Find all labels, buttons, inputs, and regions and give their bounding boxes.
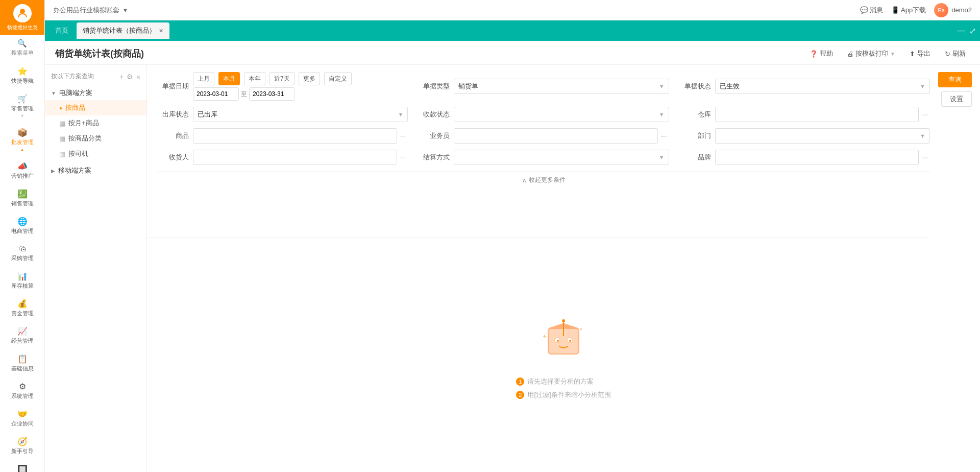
- doc-type-select[interactable]: 销货单 ▼: [454, 79, 669, 94]
- empty-tip-1: 1 请先选择要分析的方案: [516, 377, 610, 386]
- tab-home[interactable]: 首页: [49, 22, 75, 39]
- sidebar-item-inventory[interactable]: 📊 库存核算: [0, 266, 44, 294]
- export-icon: ⬆: [910, 50, 915, 58]
- date-btn-custom[interactable]: 自定义: [324, 72, 352, 85]
- product-ellipsis-button[interactable]: ···: [398, 132, 408, 140]
- date-btn-7days[interactable]: 近7天: [270, 72, 295, 85]
- by-warehouse-icon: ▦: [59, 150, 65, 158]
- wholesale-icon: 📦: [17, 128, 28, 137]
- tab-bar: 首页 销货单统计表（按商品） ✕ — ⤢: [45, 20, 980, 41]
- guide-icon: 🧭: [17, 437, 28, 446]
- warehouse-input[interactable]: [715, 107, 919, 122]
- sidebar-item-sales[interactable]: 💹 销售管理: [0, 184, 44, 211]
- sidebar-item-search[interactable]: 🔍 搜索菜单: [0, 35, 44, 61]
- tab-sales-stat-label: 销货单统计表（按商品）: [83, 26, 156, 35]
- filter-item-by-month-product[interactable]: ▦ 按月+商品: [45, 115, 146, 131]
- sidebar-item-ecommerce[interactable]: 🌐 电商管理: [0, 211, 44, 239]
- empty-state: ✦ ✦ ✦ 1 请先选择要分析的方案 2 用[过滤]条件来缩小分析范围: [147, 238, 980, 473]
- add-scheme-icon[interactable]: +: [119, 73, 124, 81]
- page-actions: ❓ 帮助 🖨 按模板打印 ▼ ⬆ 导出 ↻ 刷新: [805, 47, 970, 60]
- date-to-input[interactable]: [249, 87, 295, 101]
- sidebar-item-quicknav[interactable]: ⭐ 快捷导航: [0, 61, 44, 89]
- template-print-button[interactable]: 🖨 按模板打印 ▼: [843, 47, 899, 60]
- product-input[interactable]: [193, 128, 397, 144]
- filter-section-mobile: ▶ 移动端方案: [45, 162, 146, 179]
- sidebar-basic-label: 基础信息: [11, 365, 34, 372]
- refresh-button[interactable]: ↻ 刷新: [941, 47, 970, 60]
- date-btn-this-month[interactable]: 本月: [218, 72, 240, 85]
- payment-status-select[interactable]: ▼: [454, 107, 669, 122]
- tab-close-icon[interactable]: ✕: [159, 28, 163, 34]
- filter-item-by-warehouse[interactable]: ▦ 按司机: [45, 146, 146, 161]
- date-btn-last-month[interactable]: 上月: [193, 72, 214, 85]
- collab-icon: 🤝: [17, 409, 28, 419]
- salesperson-input[interactable]: [454, 128, 658, 144]
- consignee-ellipsis-button[interactable]: ···: [398, 153, 408, 161]
- warehouse-ellipsis-button[interactable]: ···: [920, 110, 930, 119]
- refresh-icon: ↻: [945, 50, 950, 58]
- print-dropdown-icon: ▼: [890, 51, 895, 57]
- tip-text-1: 请先选择要分析的方案: [527, 377, 594, 386]
- out-status-select[interactable]: 已出库 ▼: [193, 107, 408, 122]
- sidebar-item-apps[interactable]: 🔲 应用中心: [0, 459, 44, 472]
- filter-section-mobile-header[interactable]: ▶ 移动端方案: [45, 163, 146, 178]
- sidebar: 畅捷通好生意 🔍 搜索菜单 ⭐ 快捷导航 🛒 零售管理 ▼ 📦 批发管理 ▲ 📣…: [0, 0, 45, 472]
- doc-status-select[interactable]: 已生效 ▼: [715, 79, 930, 94]
- sidebar-item-purchase[interactable]: 🛍 采购管理: [0, 239, 44, 266]
- filter-form-wrapper: 单据日期 上月 本月 本年 近7天 更多 自定义: [147, 65, 980, 238]
- retail-expand-icon: ▼: [20, 113, 24, 119]
- app-download-button[interactable]: 📱 App下载: [891, 6, 926, 15]
- sidebar-retail-label: 零售管理: [11, 105, 34, 112]
- tab-bar-actions: — ⤢: [957, 26, 976, 36]
- filter-item-by-product-category[interactable]: ▦ 按商品分类: [45, 131, 146, 146]
- svg-point-5: [557, 340, 559, 342]
- workspace-selector[interactable]: 办公用品行业模拟账套 ▼: [53, 6, 128, 15]
- tab-minimize-icon[interactable]: —: [957, 26, 965, 35]
- brand-ellipsis-button[interactable]: ···: [920, 153, 930, 161]
- svg-text:✦: ✦: [542, 333, 547, 340]
- operations-icon: 📈: [17, 326, 28, 336]
- empty-tip-2: 2 用[过滤]条件来缩小分析范围: [516, 390, 610, 399]
- sidebar-item-collab[interactable]: 🤝 企业协同: [0, 404, 44, 432]
- export-button[interactable]: ⬆ 导出: [905, 47, 935, 60]
- sidebar-operations-label: 经营管理: [11, 337, 34, 345]
- marketing-icon: 📣: [17, 161, 28, 171]
- filter-field-warehouse: 仓库 ···: [679, 107, 930, 122]
- collapse-bar[interactable]: ∧ 收起更多条件: [157, 171, 930, 186]
- tab-sales-stat[interactable]: 销货单统计表（按商品） ✕: [77, 22, 169, 39]
- sidebar-item-system[interactable]: ⚙ 系统管理: [0, 376, 44, 404]
- date-btn-more[interactable]: 更多: [299, 72, 320, 85]
- empty-illustration: ✦ ✦ ✦: [538, 311, 589, 362]
- page-header: 销货单统计表(按商品) ❓ 帮助 🖨 按模板打印 ▼ ⬆ 导出 ↻ 刷新: [45, 41, 980, 65]
- message-button[interactable]: 💬 消息: [860, 6, 883, 15]
- date-from-input[interactable]: [193, 87, 239, 101]
- purchase-icon: 🛍: [18, 244, 27, 253]
- sidebar-item-marketing[interactable]: 📣 营销推广: [0, 156, 44, 184]
- system-icon: ⚙: [19, 382, 26, 391]
- date-btn-this-year[interactable]: 本年: [244, 72, 265, 85]
- sidebar-item-wholesale[interactable]: 📦 批发管理 ▲: [0, 123, 44, 156]
- user-menu-button[interactable]: Ea demo2: [934, 3, 972, 17]
- sidebar-item-retail[interactable]: 🛒 零售管理 ▼: [0, 89, 44, 123]
- app-logo: 畅捷通好生意: [0, 0, 45, 35]
- salesperson-ellipsis-button[interactable]: ···: [659, 132, 669, 140]
- query-button[interactable]: 查询: [938, 72, 972, 87]
- brand-input[interactable]: [715, 150, 919, 165]
- department-select[interactable]: ▼: [715, 128, 930, 144]
- header-right: 💬 消息 📱 App下载 Ea demo2: [860, 3, 972, 17]
- settlement-select[interactable]: ▼: [454, 150, 669, 165]
- warehouse-label: 仓库: [679, 110, 715, 119]
- sidebar-item-guide[interactable]: 🧭 新手引导: [0, 432, 44, 459]
- filter-section-pc-header[interactable]: ▼ 电脑端方案: [45, 86, 146, 100]
- collapse-panel-icon[interactable]: «: [136, 73, 140, 81]
- settings-button[interactable]: 设置: [941, 91, 972, 107]
- sidebar-item-finance[interactable]: 💰 资金管理: [0, 294, 44, 321]
- username-label: demo2: [951, 6, 972, 14]
- settings-scheme-icon[interactable]: ⚙: [127, 73, 133, 81]
- filter-item-by-product[interactable]: ● 按商品: [45, 100, 146, 115]
- help-button[interactable]: ❓ 帮助: [805, 47, 837, 60]
- consignee-input[interactable]: [193, 150, 397, 165]
- sidebar-item-operations[interactable]: 📈 经营管理: [0, 321, 44, 349]
- tab-maximize-icon[interactable]: ⤢: [969, 26, 976, 36]
- sidebar-item-basic[interactable]: 📋 基础信息: [0, 349, 44, 376]
